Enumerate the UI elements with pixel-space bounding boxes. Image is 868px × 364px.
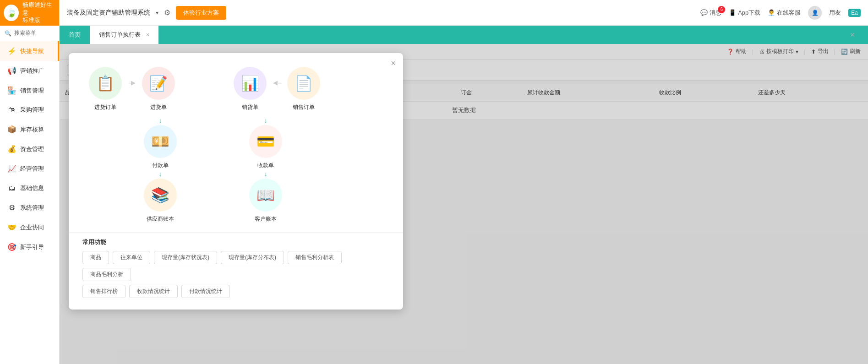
supplier-ledger-label: 供应商账本 <box>147 215 174 223</box>
btn-sales-gross-analysis[interactable]: 销售毛利分析表 <box>288 251 342 264</box>
sidebar-item-newbie[interactable]: 🎯 新手引导 <box>0 237 59 257</box>
sidebar-item-label: 销售管理 <box>20 87 44 95</box>
sidebar-item-label: 新手引导 <box>20 243 44 251</box>
sidebar-item-system[interactable]: ⚙ 系统管理 <box>0 198 59 217</box>
ea-label[interactable]: Ea <box>848 9 861 17</box>
sidebar: 🍃 畅康通好生意 标准版 🔍 搜索菜单 ⚡ 快捷导航 📢 营销推广 🏪 销售管理… <box>0 0 60 364</box>
gear-icon[interactable]: ⚙ <box>164 8 170 17</box>
flow-node-purchase-bill[interactable]: 📝 进货单 <box>136 67 181 111</box>
flow-node-purchase-order[interactable]: 📋 进货订单 <box>82 67 128 111</box>
sidebar-item-finance[interactable]: 💰 资金管理 <box>0 139 59 159</box>
btn-current-stock-status[interactable]: 现存量(库存状况表) <box>154 251 217 264</box>
sidebar-item-label: 营销推广 <box>20 67 44 75</box>
payment-circle[interactable]: 💴 <box>144 125 177 158</box>
flow-col-payment: ↓ 💴 付款单 ↓ 📚 供应商账本 <box>137 116 183 223</box>
btn-receipt-stats[interactable]: 收款情况统计 <box>129 285 178 298</box>
btn-product[interactable]: 商品 <box>82 251 109 264</box>
operations-icon: 📈 <box>7 164 16 173</box>
finance-icon: 💰 <box>7 145 16 153</box>
online-service-button[interactable]: 👨‍💼 在线客服 <box>768 9 801 17</box>
system-title: 装备及固定资产辅助管理系统 <box>67 9 150 17</box>
download-icon: 📱 <box>729 9 736 16</box>
search-label: 搜索菜单 <box>14 29 36 37</box>
customer-ledger-circle[interactable]: 📖 <box>249 179 282 212</box>
btn-current-stock-dist[interactable]: 现存量(库存分布表) <box>221 251 284 264</box>
arrow-down-customer: ↓ <box>249 170 282 178</box>
topbar: 装备及固定资产辅助管理系统 ▾ ⚙ 体验行业方案 💬 消息 6 📱 App下载 … <box>60 0 868 26</box>
sale-order-circle[interactable]: 📄 <box>287 67 320 100</box>
flow-node-sale-order[interactable]: 📄 销售订单 <box>281 67 327 111</box>
app-download-button[interactable]: 📱 App下载 <box>729 9 760 17</box>
sidebar-item-label: 企业协同 <box>20 223 44 232</box>
flow-node-receipt[interactable]: 💳 收款单 <box>243 125 289 169</box>
flow-node-customer-ledger[interactable]: 📖 客户账本 <box>243 179 289 223</box>
purchase-bill-circle[interactable]: 📝 <box>142 67 175 100</box>
window-close-icon[interactable]: ✕ <box>850 31 855 38</box>
sidebar-item-label: 快捷导航 <box>20 47 44 55</box>
home-tab-label: 首页 <box>69 31 81 39</box>
flow-row-top: 📋 进货订单 - - - - - ▶ 📝 进货单 <box>82 67 389 111</box>
modal-close-button[interactable]: × <box>391 59 396 68</box>
quick-nav-icon: ⚡ <box>7 47 16 55</box>
common-functions-title: 常用功能 <box>82 238 389 246</box>
flow-modal: × 📋 进货订单 - - - - - ▶ <box>69 53 403 310</box>
flow-node-sale-bill[interactable]: 📊 销货单 <box>227 67 273 111</box>
common-functions-buttons-row2: 销售排行榜 收款情况统计 付款情况统计 <box>82 285 389 298</box>
sidebar-item-label: 系统管理 <box>20 204 44 212</box>
receipt-label: 收款单 <box>257 162 274 169</box>
sidebar-item-label: 采购管理 <box>20 106 44 114</box>
sidebar-item-enterprise[interactable]: 🤝 企业协同 <box>0 217 59 237</box>
arrow-po-to-pb: - - - - - ▶ <box>128 79 136 99</box>
user-label: 用友 <box>829 9 841 17</box>
message-button[interactable]: 💬 消息 6 <box>700 9 721 17</box>
system-icon: ⚙ <box>7 203 16 212</box>
sidebar-item-label: 基础信息 <box>20 184 44 192</box>
sales-icon: 🏪 <box>7 86 16 95</box>
purchase-order-circle[interactable]: 📋 <box>89 67 122 100</box>
flow-node-supplier-ledger[interactable]: 📚 供应商账本 <box>137 179 183 223</box>
message-icon: 💬 <box>700 9 708 16</box>
btn-product-gross-analysis[interactable]: 商品毛利分析 <box>82 268 131 281</box>
arrow-down-payment: ↓ <box>144 117 177 124</box>
user-avatar[interactable]: 👤 <box>808 6 822 20</box>
flow-diagram: 📋 进货订单 - - - - - ▶ 📝 进货单 <box>69 53 403 232</box>
dropdown-icon[interactable]: ▾ <box>156 10 158 16</box>
flow-node-payment[interactable]: 💴 付款单 <box>137 125 183 169</box>
sidebar-item-label: 经营管理 <box>20 165 44 173</box>
search-icon: 🔍 <box>5 30 11 37</box>
flow-middle: ↓ 💴 付款单 ↓ 📚 供应商账本 <box>82 116 389 223</box>
sidebar-item-label: 库存核算 <box>20 125 44 134</box>
sidebar-item-label: 资金管理 <box>20 145 44 153</box>
sidebar-search[interactable]: 🔍 搜索菜单 <box>0 26 59 41</box>
purchase-icon: 🛍 <box>7 106 16 114</box>
tab-home[interactable]: 首页 <box>60 26 90 44</box>
payment-label: 付款单 <box>152 162 169 169</box>
common-functions-buttons: 商品 往来单位 现存量(库存状况表) 现存量(库存分布表) 销售毛利分析表 商品… <box>82 251 389 281</box>
sidebar-nav: ⚡ 快捷导航 📢 营销推广 🏪 销售管理 🛍 采购管理 📦 库存核算 💰 资金管… <box>0 41 59 364</box>
purchase-bill-label: 进货单 <box>150 103 167 111</box>
inventory-icon: 📦 <box>7 125 16 134</box>
btn-sales-ranking[interactable]: 销售排行榜 <box>82 285 126 298</box>
logo-text: 畅康通好生意 标准版 <box>22 1 55 25</box>
sidebar-item-sales[interactable]: 🏪 销售管理 <box>0 81 59 100</box>
btn-counterparty[interactable]: 往来单位 <box>113 251 150 264</box>
receipt-circle[interactable]: 💳 <box>249 125 282 158</box>
supplier-ledger-circle[interactable]: 📚 <box>144 179 177 212</box>
sidebar-item-quick-nav[interactable]: ⚡ 快捷导航 <box>0 41 59 61</box>
flow-col-receipt: ↓ 💳 收款单 ↓ 📖 客户账本 <box>243 116 289 223</box>
sidebar-item-marketing[interactable]: 📢 营销推广 <box>0 61 59 81</box>
message-badge: 6 <box>718 6 725 13</box>
sidebar-logo: 🍃 畅康通好生意 标准版 <box>0 0 59 26</box>
user-icon: 👤 <box>812 10 819 16</box>
sidebar-item-base-info[interactable]: 🗂 基础信息 <box>0 179 59 198</box>
trial-button[interactable]: 体验行业方案 <box>176 6 226 20</box>
btn-payment-stats[interactable]: 付款情况统计 <box>181 285 230 298</box>
customer-ledger-label: 客户账本 <box>255 215 277 223</box>
tab-close-icon[interactable]: × <box>146 32 149 38</box>
sidebar-item-purchase[interactable]: 🛍 采购管理 <box>0 100 59 120</box>
tab-sale-order-exec[interactable]: 销售订单执行表 × <box>90 26 158 44</box>
sale-bill-circle[interactable]: 📊 <box>234 67 267 100</box>
sidebar-item-inventory[interactable]: 📦 库存核算 <box>0 120 59 139</box>
sidebar-item-operations[interactable]: 📈 经营管理 <box>0 159 59 179</box>
modal-scrollbar-area <box>69 307 403 310</box>
